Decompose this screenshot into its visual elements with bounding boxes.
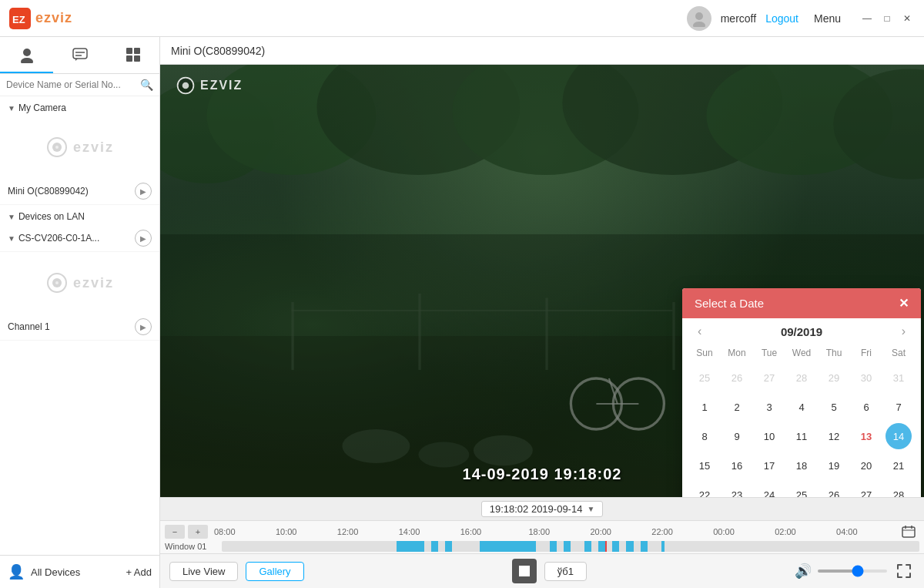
cal-day[interactable]: 1 [691, 394, 718, 420]
cal-day[interactable]: 25 [691, 365, 718, 391]
page-title: Mini O(C80899042) [171, 45, 265, 57]
cal-day[interactable]: 26 [724, 365, 750, 391]
cal-day[interactable]: 25 [788, 482, 815, 497]
video-brand-text: ezviz [200, 79, 243, 92]
timeline-zoom-controls: − + [165, 525, 208, 539]
sidebar-section-lan: ▼ Devices on LAN [0, 205, 159, 225]
cal-day[interactable]: 5 [821, 394, 847, 420]
svg-rect-42 [902, 527, 915, 537]
volume-slider[interactable] [818, 570, 887, 573]
lan-device-item[interactable]: ▼ CS-CV206-C0-1A... ▶ [0, 225, 159, 252]
weekday-mon: Mon [721, 344, 753, 361]
search-input[interactable] [6, 79, 140, 90]
sidebar: 🔍 ▼ My Camera ezviz Mini O(C80899042) ▶ … [0, 37, 160, 588]
cal-day[interactable]: 21 [886, 452, 912, 479]
svg-point-18 [55, 281, 59, 284]
video-brand-icon [176, 76, 196, 96]
timeline-segment [564, 541, 571, 552]
cal-day[interactable]: 20 [853, 452, 879, 479]
my-camera-label: My Camera [18, 102, 66, 113]
cal-day[interactable]: 29 [821, 365, 847, 391]
svg-point-39 [474, 435, 533, 466]
calendar-prev-button[interactable]: ‹ [695, 324, 705, 338]
cal-day[interactable]: 22 [691, 482, 718, 497]
player-datetime-value[interactable]: 19:18:02 2019-09-14 ▼ [481, 501, 604, 517]
search-icon[interactable]: 🔍 [140, 79, 153, 91]
timeline-ticks: 08:00 10:00 12:00 14:00 16:00 18:00 20:0… [214, 524, 898, 539]
cal-day[interactable]: 6 [853, 394, 879, 420]
cal-day[interactable]: 17 [756, 452, 782, 479]
cal-day[interactable]: 28 [788, 365, 815, 391]
svg-rect-30 [545, 298, 547, 371]
screenshot-button[interactable]: ўб1 [544, 562, 587, 581]
cal-day[interactable]: 4 [788, 394, 815, 420]
cal-day[interactable]: 12 [821, 423, 847, 449]
live-view-button[interactable]: Live View [169, 562, 238, 581]
timeline-segment [641, 541, 648, 552]
lan-section-arrow-icon: ▼ [8, 213, 15, 221]
lan-brand-text: ezviz [73, 275, 114, 291]
cal-day[interactable]: 30 [853, 365, 879, 391]
gallery-button[interactable]: Gallery [246, 562, 303, 581]
lan-device-play-btn[interactable]: ▶ [135, 230, 152, 247]
window-controls: — □ ✕ [859, 11, 915, 26]
cal-day[interactable]: 7 [886, 394, 912, 420]
my-camera-play-btn[interactable]: ▶ [135, 183, 152, 200]
cal-day[interactable]: 27 [853, 482, 879, 497]
tick-1000: 10:00 [276, 527, 297, 536]
maximize-button[interactable]: □ [879, 11, 895, 26]
sidebar-tab-grid[interactable] [106, 37, 159, 73]
my-camera-device-item[interactable]: Mini O(C80899042) ▶ [0, 178, 159, 205]
cal-day-13-today[interactable]: 13 [853, 423, 879, 449]
content-area: Mini O(C80899042) [160, 37, 924, 588]
lan-camera-logo-icon [45, 271, 69, 294]
all-devices-label[interactable]: All Devices [31, 566, 119, 578]
menu-button[interactable]: Menu [814, 12, 841, 25]
zoom-out-button[interactable]: − [165, 525, 185, 539]
fullscreen-button[interactable] [893, 560, 915, 582]
player-datetime-bar: 19:18:02 2019-09-14 ▼ [160, 498, 924, 521]
lan-channel-play-btn[interactable]: ▶ [135, 318, 152, 335]
cal-day[interactable]: 24 [756, 482, 782, 497]
cal-day[interactable]: 26 [821, 482, 847, 497]
add-device-button[interactable]: + Add [126, 566, 152, 578]
tick-2200: 22:00 [651, 527, 673, 536]
cal-day-14-selected[interactable]: 14 [886, 423, 912, 449]
stop-button[interactable] [512, 559, 537, 583]
cal-day[interactable]: 31 [886, 365, 912, 391]
cal-day[interactable]: 23 [724, 482, 750, 497]
lan-channel-item[interactable]: Channel 1 ▶ [0, 314, 159, 341]
zoom-in-button[interactable]: + [188, 525, 208, 539]
cal-day[interactable]: 28 [886, 482, 912, 497]
calendar-month-year: 09/2019 [781, 325, 822, 338]
volume-icon[interactable]: 🔊 [795, 563, 812, 580]
cal-day[interactable]: 3 [756, 394, 782, 420]
timeline-window-label: Window 01 [165, 542, 219, 551]
cal-day[interactable]: 8 [691, 423, 718, 449]
calendar-toggle-btn[interactable] [898, 524, 919, 539]
calendar-close-button[interactable]: ✕ [899, 296, 909, 311]
cal-day[interactable]: 16 [724, 452, 750, 479]
close-button[interactable]: ✕ [899, 11, 915, 26]
svg-point-2 [695, 12, 703, 20]
timeline-segment [626, 541, 633, 552]
my-camera-thumbnail: ezviz [0, 116, 159, 178]
cal-day[interactable]: 10 [756, 423, 782, 449]
cal-day[interactable]: 15 [691, 452, 718, 479]
timeline-bar[interactable] [222, 541, 919, 552]
cal-day[interactable]: 2 [724, 394, 750, 420]
tick-1400: 14:00 [399, 527, 420, 536]
calendar-next-button[interactable]: › [899, 324, 909, 338]
timeline-segment [480, 541, 535, 552]
cal-day[interactable]: 27 [756, 365, 782, 391]
cal-day[interactable]: 9 [724, 423, 750, 449]
sidebar-tab-user[interactable] [0, 37, 53, 73]
sidebar-tab-chat[interactable] [53, 37, 106, 73]
cal-day[interactable]: 19 [821, 452, 847, 479]
cal-day[interactable]: 18 [788, 452, 815, 479]
all-devices-icon: 👤 [8, 563, 25, 580]
logout-button[interactable]: Logout [765, 12, 798, 25]
cal-day[interactable]: 11 [788, 423, 815, 449]
my-camera-device-name: Mini O(C80899042) [8, 186, 135, 197]
minimize-button[interactable]: — [859, 11, 875, 26]
